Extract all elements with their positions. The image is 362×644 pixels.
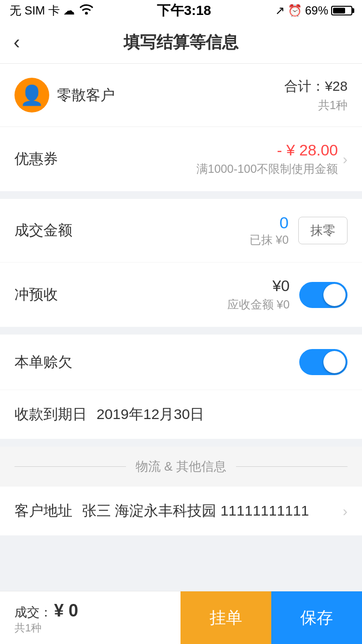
location-icon: ↗	[275, 4, 285, 17]
logistics-label: 物流 & 其他信息	[136, 458, 226, 475]
address-label: 客户地址	[14, 501, 72, 521]
debt-section: 本单赊欠 收款到期日 2019年12月30日	[0, 335, 362, 439]
item-count: 共1种	[284, 98, 348, 113]
divider-line-right	[236, 466, 348, 467]
prepay-right: ¥0 应收金额 ¥0	[227, 277, 348, 312]
back-button[interactable]: ‹	[14, 31, 20, 53]
toggle-knob	[323, 284, 346, 306]
save-button[interactable]: 保存	[271, 591, 362, 644]
customer-name: 零散客户	[57, 85, 115, 105]
customer-avatar: 👤	[14, 78, 49, 112]
customer-row[interactable]: 👤 零散客户 合计：¥28 共1种	[0, 64, 362, 126]
customer-left: 👤 零散客户	[14, 78, 115, 112]
prepay-toggle[interactable]	[299, 282, 348, 308]
customer-section: 👤 零散客户 合计：¥28 共1种 优惠券 - ¥ 28.00 满1000-10…	[0, 64, 362, 191]
debt-row: 本单赊欠	[0, 335, 362, 390]
coupon-label: 优惠券	[14, 149, 58, 169]
address-section: 客户地址 张三 海淀永丰科技园 11111111111 ›	[0, 487, 362, 535]
deal-amount-label: 成交金额	[14, 221, 72, 240]
bottom-summary: 成交： ¥ 0 共1种	[0, 601, 181, 635]
customer-total: 合计：¥28 共1种	[284, 77, 348, 113]
address-value: 张三 海淀永丰科技园 11111111111	[82, 501, 343, 521]
coupon-info: - ¥ 28.00 满1000-100不限制使用金额	[196, 141, 338, 177]
coupon-amount: - ¥ 28.00	[196, 141, 338, 159]
status-right: ↗ ⏰ 69%	[275, 4, 352, 17]
logistics-divider: 物流 & 其他信息	[0, 447, 362, 487]
status-time: 下午3:18	[157, 1, 211, 20]
prepay-amount: ¥0	[227, 277, 290, 295]
nav-bar: ‹ 填写结算等信息	[0, 21, 362, 64]
bottom-deal-amount: ¥ 0	[54, 601, 78, 621]
status-left: 无 SIM 卡 ☁	[10, 3, 93, 18]
prepay-label: 冲预收	[14, 285, 58, 305]
address-chevron-icon: ›	[343, 503, 348, 519]
prepay-row: 冲预收 ¥0 应收金额 ¥0	[0, 263, 362, 327]
deal-amount-input[interactable]	[250, 213, 289, 232]
pending-button[interactable]: 挂单	[181, 591, 271, 644]
chevron-right-icon: ›	[343, 151, 348, 168]
page-title: 填写结算等信息	[124, 31, 238, 54]
content-area: 👤 零散客户 合计：¥28 共1种 优惠券 - ¥ 28.00 满1000-10…	[0, 64, 362, 601]
divider-row: 物流 & 其他信息	[0, 447, 362, 487]
bottom-item-count: 共1种	[14, 621, 166, 635]
divider-line-left	[14, 466, 126, 467]
status-bar: 无 SIM 卡 ☁ 下午3:18 ↗ ⏰ 69%	[0, 0, 362, 21]
prepay-info: ¥0 应收金额 ¥0	[227, 277, 290, 312]
due-date-value: 2019年12月30日	[97, 405, 204, 424]
sim-label: 无 SIM 卡 ☁	[10, 3, 75, 18]
alarm-icon: ⏰	[288, 4, 302, 17]
address-row[interactable]: 客户地址 张三 海淀永丰科技园 11111111111 ›	[0, 487, 362, 535]
deal-amount-right: 已抹 ¥0 抹零	[250, 213, 348, 248]
deal-amount-sub: 已抹 ¥0	[250, 232, 289, 248]
prepay-sub: 应收金额 ¥0	[227, 297, 290, 312]
coupon-desc: 满1000-100不限制使用金额	[196, 161, 338, 177]
total-label: 合计：¥28	[284, 77, 348, 96]
debt-toggle-knob	[323, 351, 346, 373]
wifi-icon	[80, 4, 93, 17]
bottom-bar: 成交： ¥ 0 共1种 挂单 保存	[0, 591, 362, 644]
coupon-right: - ¥ 28.00 满1000-100不限制使用金额 ›	[196, 141, 348, 177]
battery-icon	[331, 6, 352, 15]
debt-toggle[interactable]	[299, 349, 348, 375]
battery-percent: 69%	[305, 4, 328, 17]
deal-amount-row: 成交金额 已抹 ¥0 抹零	[0, 199, 362, 263]
bottom-deal-label: 成交：	[14, 604, 52, 621]
due-date-row[interactable]: 收款到期日 2019年12月30日	[0, 390, 362, 439]
due-date-label: 收款到期日	[14, 405, 87, 424]
coupon-row[interactable]: 优惠券 - ¥ 28.00 满1000-100不限制使用金额 ›	[0, 126, 362, 191]
debt-label: 本单赊欠	[14, 352, 72, 372]
round-off-button[interactable]: 抹零	[298, 217, 348, 244]
person-icon: 👤	[20, 85, 44, 105]
deal-section: 成交金额 已抹 ¥0 抹零 冲预收 ¥0 应收金额 ¥0	[0, 199, 362, 327]
